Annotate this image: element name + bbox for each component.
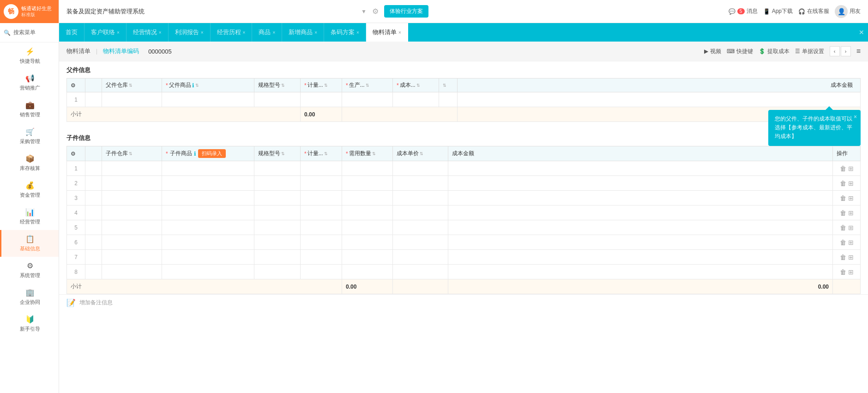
child-row-3-spec[interactable]: [254, 191, 301, 206]
nav-prev-btn[interactable]: ‹: [830, 46, 840, 56]
child-spec-input-3[interactable]: [254, 191, 300, 205]
child-row-6-unit-price[interactable]: [393, 235, 448, 250]
child-product-input-2[interactable]: [162, 176, 254, 190]
child-unit-price-input-2[interactable]: [393, 176, 448, 190]
tab-barcode-close[interactable]: ×: [356, 30, 359, 35]
parent-row-1-extra[interactable]: [439, 92, 458, 107]
child-qty-sort[interactable]: ⇅: [372, 151, 376, 156]
child-row-8-qty[interactable]: [342, 265, 393, 279]
parent-product-input-1[interactable]: [162, 92, 254, 107]
tab-home[interactable]: 首页: [59, 23, 84, 42]
parent-prod-input-1[interactable]: [342, 92, 392, 107]
copy-icon-7[interactable]: ⊞: [848, 254, 854, 261]
child-spec-input-7[interactable]: [254, 250, 300, 264]
child-unit-input-2[interactable]: [301, 176, 342, 190]
child-warehouse-input-3[interactable]: [102, 191, 162, 205]
tab-history-close[interactable]: ×: [243, 30, 246, 35]
extract-cost-btn[interactable]: 💲 提取成本: [759, 48, 790, 55]
shortcut-btn[interactable]: ⌨ 快捷键: [727, 48, 753, 55]
child-row-4-product[interactable]: [162, 206, 254, 220]
delete-icon-6[interactable]: 🗑: [840, 239, 846, 246]
child-row-4-unit-price[interactable]: [393, 206, 448, 220]
sidebar-item-finance[interactable]: 💰 资金管理: [0, 176, 59, 203]
child-warehouse-sort[interactable]: ⇅: [129, 151, 133, 156]
child-row-2-warehouse[interactable]: [102, 176, 162, 191]
delete-icon-3[interactable]: 🗑: [840, 194, 846, 202]
child-row-4-spec[interactable]: [254, 206, 301, 220]
tab-goods-close[interactable]: ×: [272, 30, 275, 35]
child-unit-price-input-8[interactable]: [393, 265, 448, 279]
child-unit-price-input-7[interactable]: [393, 250, 448, 264]
parent-product-sort[interactable]: ⇅: [195, 83, 199, 88]
child-row-5-unit[interactable]: [301, 220, 342, 235]
child-th-gear[interactable]: ⚙: [67, 146, 85, 161]
child-spec-input-6[interactable]: [254, 235, 300, 249]
child-row-1-product[interactable]: [162, 161, 254, 176]
tab-profit[interactable]: 利润报告 ×: [169, 23, 211, 42]
parent-th-gear[interactable]: ⚙: [67, 79, 85, 92]
child-row-4-warehouse[interactable]: [102, 206, 162, 220]
child-row-6-unit[interactable]: [301, 235, 342, 250]
child-row-5-product[interactable]: [162, 220, 254, 235]
info-icon-child[interactable]: ℹ: [194, 151, 196, 157]
child-row-2-unit[interactable]: [301, 176, 342, 191]
child-row-3-unit[interactable]: [301, 191, 342, 206]
child-qty-input-3[interactable]: [342, 191, 392, 205]
parent-unit-sort[interactable]: ⇅: [324, 83, 328, 88]
child-unit-input-3[interactable]: [301, 191, 342, 205]
sidebar-item-quick-nav[interactable]: ⚡ 快捷导航: [0, 42, 59, 69]
delete-icon-2[interactable]: 🗑: [840, 180, 846, 187]
child-warehouse-input-6[interactable]: [102, 235, 162, 249]
tab-customer[interactable]: 客户联络 ×: [84, 23, 127, 42]
child-warehouse-input-4[interactable]: [102, 206, 162, 220]
breadcrumb-bom[interactable]: 物料清单: [66, 47, 90, 55]
copy-icon-4[interactable]: ⊞: [848, 209, 854, 217]
child-unit-input-1[interactable]: [301, 161, 342, 175]
child-spec-sort[interactable]: ⇅: [281, 151, 285, 156]
child-row-5-spec[interactable]: [254, 220, 301, 235]
child-row-8-unit-price[interactable]: [393, 265, 448, 279]
parent-spec-sort[interactable]: ⇅: [281, 83, 285, 88]
tab-new-goods-close[interactable]: ×: [314, 30, 317, 35]
child-warehouse-input-5[interactable]: [102, 220, 162, 235]
delete-icon-8[interactable]: 🗑: [840, 268, 846, 276]
child-warehouse-input-7[interactable]: [102, 250, 162, 264]
child-row-6-product[interactable]: [162, 235, 254, 250]
delete-icon-5[interactable]: 🗑: [840, 224, 846, 231]
parent-prod-sort[interactable]: ⇅: [366, 83, 369, 88]
sidebar-item-basic-info[interactable]: 📋 基础信息: [0, 230, 59, 257]
child-unit-price-input-4[interactable]: [393, 206, 448, 220]
child-unit-price-input-6[interactable]: [393, 235, 448, 249]
sidebar-item-operations[interactable]: 📊 经营管理: [0, 203, 59, 230]
child-unit-input-5[interactable]: [301, 220, 342, 235]
copy-icon-6[interactable]: ⊞: [848, 239, 854, 246]
child-qty-input-8[interactable]: [342, 265, 392, 279]
child-product-input-4[interactable]: [162, 206, 254, 220]
parent-cost-input-1[interactable]: [393, 92, 439, 107]
child-row-2-qty[interactable]: [342, 176, 393, 191]
parent-spec-input-1[interactable]: [254, 92, 300, 107]
child-qty-input-5[interactable]: [342, 220, 392, 235]
child-row-3-product[interactable]: [162, 191, 254, 206]
child-row-8-unit[interactable]: [301, 265, 342, 279]
child-unit-input-6[interactable]: [301, 235, 342, 249]
copy-icon-3[interactable]: ⊞: [848, 194, 854, 202]
child-spec-input-4[interactable]: [254, 206, 300, 220]
child-unit-sort[interactable]: ⇅: [324, 151, 328, 156]
tab-customer-close[interactable]: ×: [117, 30, 120, 35]
child-unit-price-sort[interactable]: ⇅: [420, 151, 423, 156]
tab-bom[interactable]: 物料清单 ×: [366, 23, 408, 42]
child-spec-input-5[interactable]: [254, 220, 300, 235]
parent-extra-input-1[interactable]: [439, 92, 457, 107]
nav-next-btn[interactable]: ›: [841, 46, 851, 56]
scan-btn[interactable]: 扫码录入: [198, 149, 226, 158]
child-warehouse-input-8[interactable]: [102, 265, 162, 279]
online-service-action[interactable]: 🎧 在线客服: [798, 7, 829, 15]
child-product-input-8[interactable]: [162, 265, 254, 279]
child-spec-input-1[interactable]: [254, 161, 300, 175]
message-action[interactable]: 💬 5 消息: [729, 7, 758, 15]
child-row-6-spec[interactable]: [254, 235, 301, 250]
child-unit-input-8[interactable]: [301, 265, 342, 279]
parent-row-1-product[interactable]: [162, 92, 254, 107]
video-btn[interactable]: ▶ 视频: [704, 48, 721, 55]
